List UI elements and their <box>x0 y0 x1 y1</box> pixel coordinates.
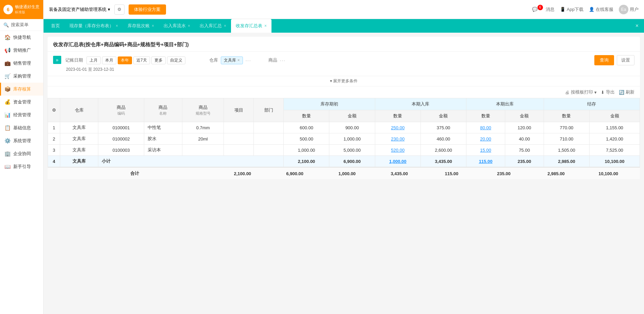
table-body: 1 文具库 0100001 中性笔 0.7mm 600.00 900.00 25… <box>48 122 640 167</box>
cell-department <box>254 122 284 133</box>
sidebar-item-system[interactable]: ⚙️ 系统管理 <box>0 134 43 147</box>
th-settings: ⚙ <box>48 98 60 122</box>
date-filter-label: 记账日期 <box>65 57 83 63</box>
tab-inout-summary[interactable]: 出入库汇总 × <box>195 19 231 33</box>
gear-icon: ⚙ <box>117 7 121 12</box>
cell-project <box>224 122 254 133</box>
tab-inventory-dist[interactable]: 现存量（库存分布表） × <box>65 19 123 33</box>
main-area: 装备及固定资产辅助管理系统 ▾ ⚙ 体验行业方案 💬 6 消息 📱 App下载 … <box>44 0 644 314</box>
sidebar-item-label: 采购管理 <box>13 73 31 79</box>
export-button[interactable]: ⬇ 导出 <box>601 89 615 95</box>
sidebar-item-inventory[interactable]: 📦 库存核算 <box>0 83 43 96</box>
subtotal-out-qty-link[interactable]: 115.00 <box>479 159 493 164</box>
warehouse-tag: 文具库 × <box>221 56 243 64</box>
tabbar: 首页 现存量（库存分布表） × 库存批次账 × 出入库流水 × 出入库汇总 × … <box>44 19 644 33</box>
cell-opening-amt: 5,000.00 <box>329 145 375 156</box>
tab-home[interactable]: 首页 <box>46 19 65 33</box>
sidebar-item-label: 销售管理 <box>13 60 31 66</box>
th-in-qty: 数量 <box>375 110 420 122</box>
service-icon: 👤 <box>589 7 594 12</box>
search-menu[interactable]: 🔍 搜索菜单 <box>0 19 43 31</box>
try-industry-button[interactable]: 体验行业方案 <box>129 4 166 15</box>
warehouse-label: 仓库 <box>209 57 218 63</box>
tabbar-close-all[interactable]: × <box>633 23 641 29</box>
cell-out-qty[interactable]: 20.00 <box>466 133 505 145</box>
out-qty-link[interactable]: 15.00 <box>480 148 491 153</box>
tab-inout-flow-close[interactable]: × <box>188 19 190 33</box>
message-button[interactable]: 💬 6 消息 <box>532 6 555 13</box>
date-cur-month[interactable]: 本月 <box>102 56 116 64</box>
print-icon: 🖨 <box>565 90 569 95</box>
warehouse-tag-remove[interactable]: × <box>237 58 240 63</box>
footer-out-amt: 235.00 <box>478 171 530 176</box>
toolbar-right: 🖨 按模板打印 ▾ ⬇ 导出 🔄 刷新 <box>565 89 634 95</box>
gear-button[interactable]: ⚙ <box>114 4 125 15</box>
tab-stock-summary[interactable]: 收发存汇总表 × <box>231 19 271 33</box>
tab-batch-close[interactable]: × <box>152 19 154 33</box>
online-service-button[interactable]: 👤 在线客服 <box>589 6 613 13</box>
refresh-label: 刷新 <box>626 89 634 95</box>
subtotal-in-qty-link[interactable]: 1,000.00 <box>389 159 407 164</box>
tab-inout-summary-close[interactable]: × <box>224 19 226 33</box>
cell-in-qty[interactable]: 520.00 <box>375 145 420 156</box>
cell-closing-qty: 1,505.00 <box>544 145 589 156</box>
th-closing-amt: 金额 <box>590 110 640 122</box>
refresh-button[interactable]: 🔄 刷新 <box>619 89 634 95</box>
cell-out-amt: 40.00 <box>505 133 544 145</box>
cell-warehouse: 文具库 <box>60 145 98 156</box>
sidebar-item-quicknav[interactable]: 🏠 快捷导航 <box>0 31 43 44</box>
cell-in-amt: 460.00 <box>420 133 466 145</box>
expand-more-text: ▾ 展开更多条件 <box>330 78 358 84</box>
subtotal-out-amt: 235.00 <box>505 156 544 167</box>
query-button[interactable]: 查询 <box>594 55 614 65</box>
settings-button[interactable]: 设置 <box>617 55 634 65</box>
user-area[interactable]: Ea 用户 <box>619 5 639 14</box>
out-qty-link[interactable]: 20.00 <box>480 136 491 142</box>
subtotal-in-qty: 1,000.00 <box>375 156 420 167</box>
sidebar-item-basic[interactable]: 📋 基础信息 <box>0 121 43 134</box>
logo-area: 6 畅捷通好生意 标准版 <box>0 0 43 19</box>
date-prev-month[interactable]: 上月 <box>86 56 101 64</box>
cell-in-qty[interactable]: 230.00 <box>375 133 420 145</box>
date-more[interactable]: 更多 <box>151 56 166 64</box>
filter-expand-button[interactable]: » <box>53 56 61 64</box>
cell-out-qty[interactable]: 80.00 <box>466 122 505 133</box>
cell-in-qty[interactable]: 250.00 <box>375 122 420 133</box>
goods-filter: 商品 ··· <box>268 57 286 63</box>
enterprise-icon: 🏢 <box>4 151 11 157</box>
sidebar-item-label: 企业协同 <box>13 151 31 157</box>
tab-inventory-dist-close[interactable]: × <box>116 19 118 33</box>
in-qty-link[interactable]: 520.00 <box>391 148 404 153</box>
cell-project <box>224 145 254 156</box>
tab-inout-flow[interactable]: 出入库流水 × <box>159 19 195 33</box>
marketing-icon: 📢 <box>4 47 11 53</box>
page-card: 收发存汇总表(按仓库+商品编码+商品+规格型号+项目+部门) » 记账日期 上月… <box>48 37 640 179</box>
th-goods-spec: 商品规格型号 <box>182 98 224 122</box>
sidebar-item-marketing[interactable]: 📢 营销推广 <box>0 44 43 57</box>
tab-batch[interactable]: 库存批次账 × <box>123 19 159 33</box>
warehouse-filter: 仓库 文具库 × ··· <box>209 56 251 64</box>
app-download-button[interactable]: 📱 App下载 <box>560 6 583 13</box>
in-qty-link[interactable]: 230.00 <box>391 136 404 142</box>
date-custom[interactable]: 自定义 <box>167 56 185 64</box>
out-qty-link[interactable]: 80.00 <box>480 125 491 130</box>
in-qty-link[interactable]: 250.00 <box>391 125 404 130</box>
sidebar-item-guide[interactable]: 📖 新手引导 <box>0 160 43 173</box>
sidebar-item-enterprise[interactable]: 🏢 企业协同 <box>0 147 43 160</box>
goods-more-dots[interactable]: ··· <box>280 58 286 63</box>
date-7days[interactable]: 近7天 <box>133 56 150 64</box>
print-button[interactable]: 🖨 按模板打印 ▾ <box>565 89 597 95</box>
expand-more-row[interactable]: ▾ 展开更多条件 <box>48 76 640 86</box>
cell-out-qty[interactable]: 15.00 <box>466 145 505 156</box>
tab-stock-summary-close[interactable]: × <box>264 19 267 33</box>
sidebar-item-finance[interactable]: 💰 资金管理 <box>0 96 43 109</box>
message-icon: 💬 <box>532 7 538 12</box>
sidebar-item-sales[interactable]: 💼 销售管理 <box>0 57 43 70</box>
content-area: 收发存汇总表(按仓库+商品编码+商品+规格型号+项目+部门) » 记账日期 上月… <box>44 33 644 314</box>
system-name-dropdown[interactable]: 装备及固定资产辅助管理系统 ▾ <box>49 6 110 13</box>
sidebar-item-purchase[interactable]: 🛒 采购管理 <box>0 70 43 83</box>
date-cur-year[interactable]: 本年 <box>118 56 132 64</box>
tab-batch-label: 库存批次账 <box>128 19 150 33</box>
warehouse-more-dots[interactable]: ··· <box>246 58 251 63</box>
sidebar-item-operations[interactable]: 📊 经营管理 <box>0 109 43 121</box>
